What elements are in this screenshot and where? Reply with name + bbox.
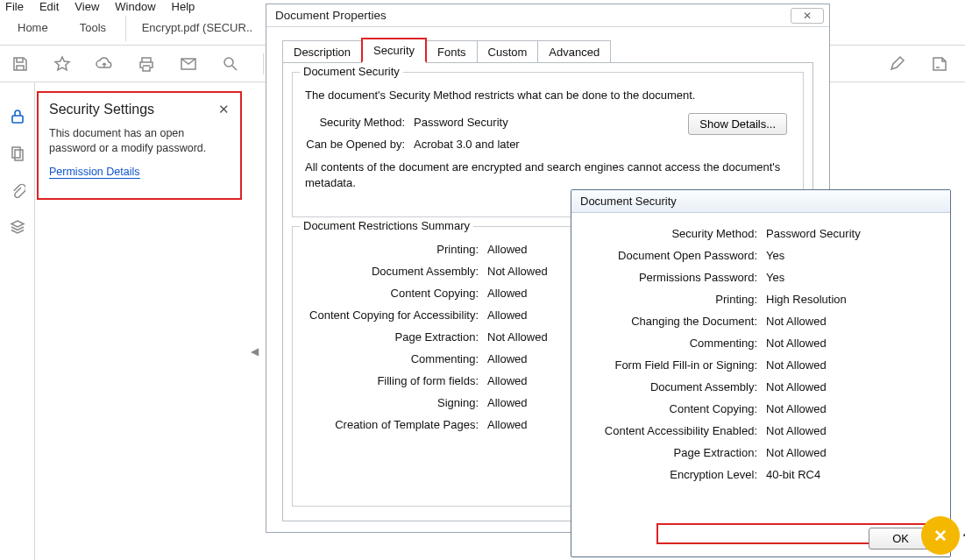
tab-custom[interactable]: Custom bbox=[477, 40, 539, 63]
left-sidebar bbox=[0, 82, 35, 560]
security-panel-body: This document has an open password or a … bbox=[49, 126, 230, 156]
group-label: Document Security bbox=[300, 65, 403, 78]
restriction-label: Commenting: bbox=[305, 352, 487, 365]
encryption-note: All contents of the document are encrypt… bbox=[305, 159, 791, 190]
ds-label: Document Assembly: bbox=[587, 380, 766, 393]
security-method-value: Password Security bbox=[414, 116, 508, 129]
restriction-label: Filling of form fields: bbox=[305, 374, 487, 387]
collapse-handle[interactable]: ◀ bbox=[249, 342, 259, 361]
document-security-dialog: Document Security Security Method:Passwo… bbox=[571, 189, 951, 557]
dialog-close-button[interactable]: ✕ bbox=[791, 8, 824, 24]
pages-icon[interactable] bbox=[8, 144, 27, 163]
print-icon[interactable] bbox=[137, 54, 156, 74]
menu-window[interactable]: Window bbox=[115, 0, 155, 13]
ds-label: Changing the Document: bbox=[587, 315, 766, 328]
tab-tools[interactable]: Tools bbox=[64, 12, 125, 45]
restriction-label: Content Copying: bbox=[305, 287, 487, 300]
ds-value: Not Allowed bbox=[766, 424, 906, 437]
ds-label: Content Copying: bbox=[587, 402, 766, 415]
restriction-value: Allowed bbox=[487, 308, 528, 322]
restriction-label: Printing: bbox=[305, 243, 487, 256]
watermark: ✕ 创新互联 bbox=[921, 516, 960, 555]
tab-fonts[interactable]: Fonts bbox=[426, 40, 478, 63]
star-icon[interactable] bbox=[53, 54, 72, 74]
dialog-title: Document Properties bbox=[275, 9, 387, 22]
ds-value: Not Allowed bbox=[766, 446, 906, 459]
dialog-tabs: Description Security Fonts Custom Advanc… bbox=[266, 27, 829, 62]
ds-label: Printing: bbox=[587, 293, 766, 306]
security-panel-title: Security Settings bbox=[49, 102, 154, 117]
ds-label: Form Field Fill-in or Signing: bbox=[587, 358, 766, 372]
ds-value: Yes bbox=[766, 271, 906, 284]
ds-encryption-value: 40-bit RC4 bbox=[766, 468, 906, 481]
ds-value: Not Allowed bbox=[766, 380, 906, 393]
right-toolbar bbox=[872, 46, 965, 82]
ds-value: Yes bbox=[766, 249, 906, 262]
ds-encryption-label: Encryption Level: bbox=[587, 468, 766, 481]
watermark-icon: ✕ bbox=[921, 516, 960, 555]
ds-label: Commenting: bbox=[587, 337, 766, 350]
svg-rect-4 bbox=[15, 150, 23, 160]
restriction-value: Not Allowed bbox=[487, 265, 548, 278]
tab-advanced[interactable]: Advanced bbox=[537, 40, 611, 63]
ds-label: Security Method: bbox=[587, 227, 766, 240]
opened-by-value: Acrobat 3.0 and later bbox=[414, 138, 520, 151]
restriction-label: Document Assembly: bbox=[305, 265, 487, 278]
ds-value: High Resolution bbox=[766, 293, 906, 306]
ds-value: Not Allowed bbox=[766, 337, 906, 350]
security-method-label: Security Method: bbox=[305, 116, 414, 129]
restriction-value: Allowed bbox=[487, 243, 528, 256]
menu-file[interactable]: File bbox=[5, 0, 24, 13]
docsec-titlebar: Document Security bbox=[571, 190, 950, 213]
restriction-label: Signing: bbox=[305, 396, 487, 409]
close-icon[interactable]: ✕ bbox=[218, 102, 230, 117]
menu-edit[interactable]: Edit bbox=[39, 0, 59, 13]
tab-home[interactable]: Home bbox=[2, 12, 64, 45]
ds-label: Page Extraction: bbox=[587, 446, 766, 459]
cloud-upload-icon[interactable] bbox=[95, 54, 114, 74]
opened-by-label: Can be Opened by: bbox=[305, 138, 414, 151]
docsec-description: The document's Security Method restricts… bbox=[305, 89, 791, 102]
restriction-label: Content Copying for Accessibility: bbox=[305, 308, 487, 322]
layers-icon[interactable] bbox=[8, 217, 27, 237]
stamp-tool-icon[interactable] bbox=[930, 54, 949, 74]
restriction-value: Allowed bbox=[487, 352, 528, 365]
ds-value: Not Allowed bbox=[766, 402, 906, 415]
menu-help[interactable]: Help bbox=[172, 0, 195, 13]
ds-label: Document Open Password: bbox=[587, 249, 766, 262]
show-details-button[interactable]: Show Details... bbox=[688, 113, 787, 135]
lock-icon[interactable] bbox=[8, 107, 27, 126]
restriction-value: Allowed bbox=[487, 374, 528, 387]
zoom-icon[interactable] bbox=[221, 54, 240, 74]
edit-tool-icon[interactable] bbox=[888, 54, 907, 74]
restrictions-label: Document Restrictions Summary bbox=[300, 219, 473, 232]
ds-value: Not Allowed bbox=[766, 315, 906, 328]
svg-point-1 bbox=[224, 58, 233, 67]
restriction-value: Allowed bbox=[487, 396, 528, 409]
restriction-label: Page Extraction: bbox=[305, 330, 487, 344]
restriction-label: Creation of Template Pages: bbox=[305, 418, 487, 431]
docsec-title: Document Security bbox=[580, 195, 677, 208]
ds-value: Password Security bbox=[766, 227, 906, 240]
attachment-icon[interactable] bbox=[8, 181, 27, 200]
permission-details-link[interactable]: Permission Details bbox=[49, 166, 140, 179]
file-tab[interactable]: Encrypt.pdf (SECUR.. bbox=[126, 12, 268, 45]
ds-label: Permissions Password: bbox=[587, 271, 766, 284]
save-icon[interactable] bbox=[11, 54, 30, 74]
restriction-value: Not Allowed bbox=[487, 330, 548, 344]
dialog-titlebar: Document Properties ✕ bbox=[266, 4, 829, 27]
svg-rect-3 bbox=[12, 147, 20, 158]
toolbar-separator bbox=[263, 53, 264, 74]
tab-description[interactable]: Description bbox=[282, 40, 362, 63]
security-settings-panel: Security Settings ✕ This document has an… bbox=[37, 91, 242, 200]
ds-value: Not Allowed bbox=[766, 358, 906, 372]
restriction-value: Allowed bbox=[487, 418, 528, 431]
menu-view[interactable]: View bbox=[75, 0, 99, 13]
svg-rect-2 bbox=[12, 116, 23, 123]
tab-security[interactable]: Security bbox=[361, 38, 427, 63]
mail-icon[interactable] bbox=[179, 54, 198, 74]
restriction-value: Allowed bbox=[487, 287, 528, 300]
ds-label: Content Accessibility Enabled: bbox=[587, 424, 766, 437]
